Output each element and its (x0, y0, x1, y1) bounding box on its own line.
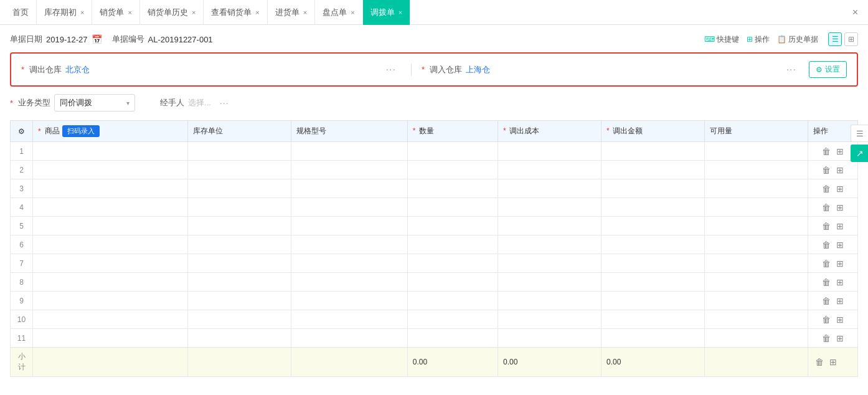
tab-close-icon[interactable]: × (351, 9, 354, 16)
transfer-out-value[interactable]: 北京仓 (65, 64, 90, 75)
tab-sales-order[interactable]: 销货单 × (92, 0, 139, 25)
cell-cost[interactable] (498, 161, 601, 179)
transfer-in-more-button[interactable]: ··· (781, 64, 801, 75)
cell-qty[interactable] (407, 254, 498, 273)
copy-row-icon[interactable]: ⊞ (834, 184, 846, 194)
cell-product[interactable] (33, 142, 188, 161)
cell-amount[interactable] (601, 217, 705, 236)
cell-qty[interactable] (407, 273, 498, 292)
cell-unit[interactable] (188, 161, 291, 179)
cell-qty[interactable] (407, 217, 498, 236)
cell-product[interactable] (33, 254, 188, 273)
history-action[interactable]: 📋 历史单据 (777, 34, 818, 45)
subtotal-copy-icon[interactable]: ⊞ (828, 357, 839, 367)
cell-spec[interactable] (291, 142, 408, 161)
calendar-icon[interactable]: 📅 (92, 34, 102, 44)
cell-unit[interactable] (188, 292, 291, 310)
delete-row-icon[interactable]: 🗑 (820, 259, 833, 269)
copy-row-icon[interactable]: ⊞ (834, 296, 846, 306)
cell-cost[interactable] (498, 329, 601, 348)
cell-spec[interactable] (291, 198, 408, 217)
scan-button[interactable]: 扫码录入 (62, 125, 100, 137)
tab-close-icon[interactable]: × (128, 9, 131, 16)
cell-product[interactable] (33, 161, 188, 179)
copy-row-icon[interactable]: ⊞ (834, 146, 846, 156)
cell-product[interactable] (33, 310, 188, 329)
settings-button[interactable]: ⚙ 设置 (809, 61, 847, 78)
transfer-in-value[interactable]: 上海仓 (466, 64, 490, 75)
cell-cost[interactable] (498, 236, 601, 254)
panel-list-button[interactable]: ☰ (851, 125, 868, 142)
cell-cost[interactable] (498, 179, 601, 198)
cell-product[interactable] (33, 217, 188, 236)
copy-row-icon[interactable]: ⊞ (834, 240, 846, 250)
delete-row-icon[interactable]: 🗑 (820, 184, 833, 194)
transfer-out-more-button[interactable]: ··· (381, 64, 401, 75)
cell-amount[interactable] (601, 329, 705, 348)
copy-row-icon[interactable]: ⊞ (834, 315, 846, 325)
cell-unit[interactable] (188, 179, 291, 198)
copy-row-icon[interactable]: ⊞ (834, 221, 846, 231)
cell-spec[interactable] (291, 236, 408, 254)
delete-row-icon[interactable]: 🗑 (820, 296, 833, 306)
delete-row-icon[interactable]: 🗑 (820, 165, 833, 175)
panel-export-button[interactable]: ↗ (851, 145, 868, 162)
cell-spec[interactable] (291, 179, 408, 198)
cell-product[interactable] (33, 236, 188, 254)
cell-qty[interactable] (407, 310, 498, 329)
operate-action[interactable]: ⊞ 操作 (747, 34, 770, 45)
tab-view-sales[interactable]: 查看销货单 × (204, 0, 267, 25)
cell-unit[interactable] (188, 198, 291, 217)
delete-row-icon[interactable]: 🗑 (820, 202, 833, 212)
tab-close-icon[interactable]: × (80, 9, 84, 16)
tab-purchase-order[interactable]: 进货单 × (268, 0, 315, 25)
cell-product[interactable] (33, 329, 188, 348)
cell-qty[interactable] (407, 236, 498, 254)
cell-amount[interactable] (601, 142, 705, 161)
cell-unit[interactable] (188, 329, 291, 348)
cell-spec[interactable] (291, 273, 408, 292)
tab-home[interactable]: 首页 (5, 0, 37, 25)
cell-cost[interactable] (498, 198, 601, 217)
subtotal-delete-icon[interactable]: 🗑 (813, 357, 826, 367)
cell-qty[interactable] (407, 292, 498, 310)
cell-cost[interactable] (498, 142, 601, 161)
cell-amount[interactable] (601, 254, 705, 273)
cell-amount[interactable] (601, 236, 705, 254)
cell-amount[interactable] (601, 161, 705, 179)
cell-cost[interactable] (498, 292, 601, 310)
cell-qty[interactable] (407, 329, 498, 348)
cell-unit[interactable] (188, 142, 291, 161)
copy-row-icon[interactable]: ⊞ (834, 259, 846, 269)
col-header-settings[interactable]: ⚙ (11, 121, 33, 142)
delete-row-icon[interactable]: 🗑 (820, 333, 833, 343)
copy-row-icon[interactable]: ⊞ (834, 165, 846, 175)
delete-row-icon[interactable]: 🗑 (820, 240, 833, 250)
cell-qty[interactable] (407, 198, 498, 217)
copy-row-icon[interactable]: ⊞ (834, 277, 846, 287)
cell-cost[interactable] (498, 273, 601, 292)
delete-row-icon[interactable]: 🗑 (820, 277, 833, 287)
cell-product[interactable] (33, 198, 188, 217)
cell-product[interactable] (33, 292, 188, 310)
cell-qty[interactable] (407, 142, 498, 161)
delete-row-icon[interactable]: 🗑 (820, 221, 833, 231)
cell-spec[interactable] (291, 329, 408, 348)
cell-unit[interactable] (188, 254, 291, 273)
cell-spec[interactable] (291, 310, 408, 329)
cell-cost[interactable] (498, 310, 601, 329)
business-type-select[interactable]: 同价调拨 ▾ (54, 94, 135, 112)
cell-product[interactable] (33, 179, 188, 198)
cell-unit[interactable] (188, 236, 291, 254)
delete-row-icon[interactable]: 🗑 (820, 315, 833, 325)
shortcut-action[interactable]: ⌨ 快捷键 (704, 34, 739, 45)
handler-select[interactable]: 选择... (188, 97, 211, 108)
cell-amount[interactable] (601, 273, 705, 292)
cell-unit[interactable] (188, 273, 291, 292)
tab-close-icon[interactable]: × (255, 9, 259, 16)
tab-inventory-init[interactable]: 库存期初 × (37, 0, 92, 25)
delete-row-icon[interactable]: 🗑 (820, 146, 833, 156)
layout-grid-button[interactable]: ⊞ (844, 32, 858, 46)
cell-amount[interactable] (601, 198, 705, 217)
cell-qty[interactable] (407, 161, 498, 179)
